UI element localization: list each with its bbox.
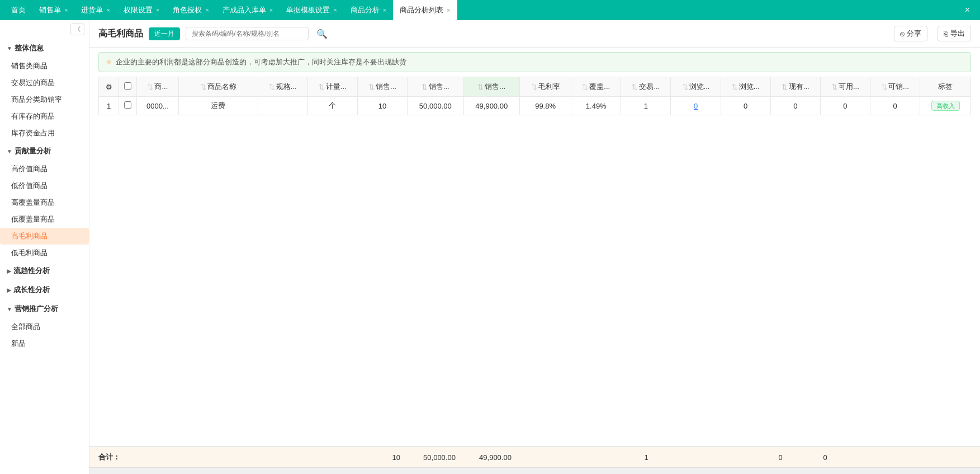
footer-values: 10 50,000.00 49,900.00 1 0 0 (143, 453, 971, 462)
col-unit[interactable]: ⇅计量... (307, 77, 357, 97)
content-area: 高毛利商品 近一月 🔍 ⎋ 分享 ⎗ 导出 ✧ 企业的主要的利润都是这部分商品创… (89, 20, 980, 474)
col-available[interactable]: ⇅可用... (820, 77, 870, 97)
search-input[interactable] (186, 27, 309, 40)
col-settings[interactable]: ⚙ (99, 77, 119, 97)
footer-sales2: 50,000.00 (411, 453, 467, 462)
footer-transaction: 1 (624, 453, 669, 462)
table-row: 1 0000... 运费 个 10 50,000.00 49,900.00 99… (99, 97, 971, 115)
nav-product-inbound[interactable]: 产成品入库单 × (216, 0, 280, 20)
sidebar-item-stock-capital[interactable]: 库存资金占用 (0, 125, 89, 142)
sidebar-group-growth[interactable]: ▶ 成长性分析 (0, 280, 89, 299)
sidebar-item-traded-goods[interactable]: 交易过的商品 (0, 74, 89, 91)
sidebar-item-category-rate[interactable]: 商品分类助销率 (0, 91, 89, 108)
sort-icon-sales3: ⇅ (477, 83, 484, 91)
bottom-scrollbar[interactable] (89, 467, 980, 474)
cell-tag: 高收入 (920, 97, 971, 115)
sort-icon-sales1: ⇅ (368, 83, 375, 91)
share-button[interactable]: ⎋ 分享 (894, 26, 927, 41)
close-roles-tab[interactable]: × (205, 7, 209, 13)
cell-browse1[interactable]: 0 (671, 97, 721, 115)
cell-saleable: 0 (870, 97, 920, 115)
col-name[interactable]: ⇅商品名称 (178, 77, 258, 97)
sort-icon-saleable: ⇅ (881, 83, 887, 91)
cell-coverage: 1.49% (571, 97, 621, 115)
sidebar-item-all-goods[interactable]: 全部商品 (0, 318, 89, 335)
sort-icon-sales2: ⇅ (422, 83, 428, 91)
arrow-right-icon: ▶ (7, 268, 11, 274)
sidebar-group-marketing[interactable]: ▼ 营销推广分析 (0, 299, 89, 318)
col-sales1[interactable]: ⇅销售... (357, 77, 407, 97)
footer-sales1: 10 (143, 453, 411, 462)
sort-icon-margin: ⇅ (531, 83, 537, 91)
nav-purchase[interactable]: 进货单 × (74, 0, 116, 20)
nav-home[interactable]: 首页 (4, 0, 32, 20)
col-browse2[interactable]: ⇅浏览... (721, 77, 770, 97)
col-current[interactable]: ⇅现有... (770, 77, 820, 97)
col-sales2[interactable]: ⇅销售... (408, 77, 463, 97)
sidebar-item-sales-goods[interactable]: 销售类商品 (0, 58, 89, 74)
sidebar-item-low-margin[interactable]: 低毛利商品 (0, 245, 89, 261)
sidebar-item-stocked-goods[interactable]: 有库存的商品 (0, 108, 89, 125)
sidebar-item-new-goods[interactable]: 新品 (0, 335, 89, 352)
cell-sales1: 10 (357, 97, 407, 115)
cell-sales2: 50,000.00 (408, 97, 463, 115)
cell-current: 0 (770, 97, 820, 115)
info-icon: ✧ (106, 58, 112, 67)
sort-icon-current: ⇅ (782, 83, 788, 91)
arrow-right-icon-2: ▶ (7, 287, 11, 293)
table-container: ⚙ ⇅商... ⇅商品名称 ⇅规格... (89, 77, 980, 446)
close-permissions-tab[interactable]: × (156, 7, 159, 13)
col-tag: 标签 (920, 77, 971, 97)
window-close-button[interactable]: × (959, 5, 976, 15)
col-checkbox[interactable] (119, 77, 137, 97)
col-transaction[interactable]: ⇅交易... (621, 77, 671, 97)
close-sales-tab[interactable]: × (64, 7, 68, 13)
col-margin[interactable]: ⇅毛利率 (520, 77, 571, 97)
arrow-down-icon-2: ▼ (7, 148, 12, 154)
content-header: 高毛利商品 近一月 🔍 ⎋ 分享 ⎗ 导出 (89, 20, 980, 48)
close-product-analysis-list-tab[interactable]: × (447, 7, 450, 13)
cell-checkbox[interactable] (119, 97, 137, 115)
select-all-checkbox[interactable] (124, 82, 131, 90)
arrow-down-icon-3: ▼ (7, 306, 12, 312)
sidebar-item-high-coverage[interactable]: 高覆盖量商品 (0, 194, 89, 211)
nav-roles[interactable]: 角色授权 × (166, 0, 215, 20)
sort-icon-transaction: ⇅ (632, 83, 638, 91)
sidebar-group-trend[interactable]: ▶ 流趋性分析 (0, 261, 89, 280)
col-spec[interactable]: ⇅规格... (258, 77, 307, 97)
sort-icon-spec: ⇅ (269, 83, 275, 91)
cell-index: 1 (99, 97, 119, 115)
close-purchase-tab[interactable]: × (106, 7, 110, 13)
col-sales3[interactable]: ⇅销售... (463, 77, 519, 97)
nav-product-analysis[interactable]: 商品分析 × (344, 0, 393, 20)
col-saleable[interactable]: ⇅可销... (870, 77, 920, 97)
export-icon: ⎗ (944, 30, 948, 38)
cell-browse2: 0 (721, 97, 770, 115)
col-coverage[interactable]: ⇅覆盖... (571, 77, 621, 97)
col-code[interactable]: ⇅商... (137, 77, 179, 97)
sidebar-collapse-button[interactable]: 《 (70, 24, 84, 35)
sidebar-item-low-value[interactable]: 低价值商品 (0, 177, 89, 194)
export-button[interactable]: ⎗ 导出 (938, 26, 971, 41)
share-icon: ⎋ (900, 30, 905, 38)
time-filter-button[interactable]: 近一月 (149, 27, 180, 40)
close-template-settings-tab[interactable]: × (333, 7, 337, 13)
sidebar-item-high-value[interactable]: 高价值商品 (0, 161, 89, 177)
sidebar-group-overall[interactable]: ▼ 整体信息 (0, 39, 89, 58)
info-text: 企业的主要的利润都是这部分商品创造的，可考虑加大推广，同时关注库存是不要出现缺货 (116, 57, 406, 67)
row-checkbox[interactable] (124, 101, 131, 109)
sidebar-item-high-margin[interactable]: 高毛利商品 (0, 228, 89, 245)
col-browse1[interactable]: ⇅浏览... (671, 77, 721, 97)
sort-icon-browse1: ⇅ (682, 83, 688, 91)
nav-product-analysis-list[interactable]: 商品分析列表 × (393, 0, 457, 20)
sort-icon-available: ⇅ (831, 83, 837, 91)
sidebar-group-contribution[interactable]: ▼ 贡献量分析 (0, 142, 89, 161)
close-product-analysis-tab[interactable]: × (383, 7, 386, 13)
cell-spec (258, 97, 307, 115)
search-button[interactable]: 🔍 (314, 29, 330, 39)
nav-sales[interactable]: 销售单 × (32, 0, 74, 20)
close-product-inbound-tab[interactable]: × (269, 7, 273, 13)
nav-template-settings[interactable]: 单据模板设置 × (280, 0, 343, 20)
nav-permissions[interactable]: 权限设置 × (117, 0, 166, 20)
sidebar-item-low-coverage[interactable]: 低覆盖量商品 (0, 211, 89, 228)
